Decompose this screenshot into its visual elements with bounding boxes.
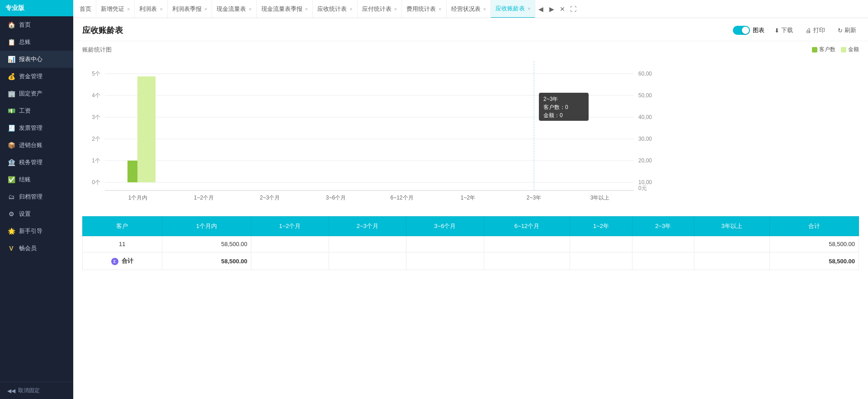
tab-ap-stat-close[interactable]: × [394,6,397,12]
col-header-m6-12: 6~12个月 [484,217,570,236]
tab-ap-stat[interactable]: 应付统计表 × [358,0,402,18]
sidebar-label-tax: 税务管理 [19,158,42,166]
sidebar-label-closing: 结账 [19,176,31,184]
page-title: 应收账龄表 [82,25,733,36]
cell-y3plus [694,236,769,252]
data-table: 客户 1个月内 1~2个月 2~3个月 3~6个月 6~12个月 1~2年 2~… [82,216,859,270]
sidebar-item-inventory[interactable]: 📦 进销台账 [0,137,73,154]
tab-profit-q-close[interactable]: × [204,6,207,12]
col-header-y3plus: 3年以上 [694,217,769,236]
tab-ar-stat[interactable]: 应收统计表 × [313,0,357,18]
guide-icon: 🌟 [7,228,15,235]
cell-total-label: Σ 合计 [83,252,162,270]
tab-cashflow[interactable]: 现金流量表 × [212,0,256,18]
tab-profit-close[interactable]: × [160,6,162,12]
svg-text:20,000.00元: 20,000.00元 [638,157,652,164]
download-label: 下载 [781,26,793,34]
download-button[interactable]: ⬇ 下载 [772,24,796,36]
sidebar-label-vip: 畅会员 [19,244,37,252]
refresh-button[interactable]: ↻ 刷新 [835,24,859,36]
tab-nav-prev[interactable]: ◀ [535,0,546,18]
main-content: 首页 新增凭证 × 利润表 × 利润表季报 × 现金流量表 × 现金流量表季报 … [73,0,868,399]
cell-total: 58,500.00 [769,236,859,252]
collapse-sidebar-button[interactable]: ◀◀ 取消固定 [0,382,73,399]
sidebar: 专业版 🏠 首页 📋 总账 📊 报表中心 💰 资金管理 🏢 固定资产 💵 工资 … [0,0,73,399]
sidebar-item-archive[interactable]: 🗂 归档管理 [0,188,73,205]
sidebar-item-assets[interactable]: 🏢 固定资产 [0,85,73,102]
settings-icon: ⚙ [7,210,15,218]
total-y3plus [694,252,769,270]
legend-amount-label: 金额 [848,46,859,53]
svg-text:2~3年: 2~3年 [527,195,541,201]
cell-y1-2 [570,236,632,252]
legend-amount-dot [841,47,846,52]
tab-profit-label: 利润表 [139,5,157,13]
sidebar-item-salary[interactable]: 💵 工资 [0,102,73,119]
closing-icon: ✅ [7,176,15,183]
tab-biz-status-close[interactable]: × [483,6,486,12]
svg-text:40,000.00元: 40,000.00元 [638,114,652,120]
svg-text:4个: 4个 [92,92,100,99]
tab-voucher-label: 新增凭证 [101,5,124,13]
tab-home-label: 首页 [80,5,91,13]
tab-home[interactable]: 首页 [75,0,96,18]
tab-expense[interactable]: 费用统计表 × [402,0,446,18]
sidebar-item-report[interactable]: 📊 报表中心 [0,51,73,68]
svg-text:客户数：0: 客户数：0 [543,104,568,110]
tab-close-all[interactable]: ✕ [557,0,568,18]
legend-customers-dot [812,47,817,52]
tab-profit[interactable]: 利润表 × [135,0,167,18]
total-row-label: 合计 [122,257,133,264]
sidebar-item-closing[interactable]: ✅ 结账 [0,171,73,188]
tab-ar-aging-close[interactable]: × [528,6,530,11]
tab-nav-next[interactable]: ▶ [546,0,557,18]
download-icon: ⬇ [774,27,779,34]
total-total: 58,500.00 [769,252,859,270]
chart-toggle[interactable]: 图表 [733,26,764,35]
assets-icon: 🏢 [7,90,15,97]
svg-text:3个: 3个 [92,114,100,120]
tab-voucher-close[interactable]: × [127,6,130,12]
sidebar-label-archive: 归档管理 [19,193,42,201]
tab-biz-status-label: 经营状况表 [451,5,481,13]
refresh-icon: ↻ [838,27,843,34]
svg-text:30,000.00元: 30,000.00元 [638,136,652,142]
header-actions: 图表 ⬇ 下载 🖨 打印 ↻ 刷新 [733,24,859,36]
sidebar-item-guide[interactable]: 🌟 新手引导 [0,223,73,240]
sidebar-item-vip[interactable]: V 畅会员 [0,240,73,257]
svg-text:1个: 1个 [92,157,100,164]
sidebar-item-ledger[interactable]: 📋 总账 [0,33,73,51]
tab-cashflow-close[interactable]: × [249,6,251,12]
svg-text:1~2个月: 1~2个月 [194,195,214,201]
total-m3-6 [406,252,484,270]
print-button[interactable]: 🖨 打印 [803,24,828,36]
tab-voucher[interactable]: 新增凭证 × [96,0,135,18]
col-header-y1-2: 1~2年 [570,217,632,236]
total-icon: Σ [111,258,118,265]
tab-cashflow-q-close[interactable]: × [305,6,308,12]
table-header-row: 客户 1个月内 1~2个月 2~3个月 3~6个月 6~12个月 1~2年 2~… [83,217,859,236]
tab-expense-close[interactable]: × [439,6,441,12]
sidebar-item-invoice[interactable]: 🧾 发票管理 [0,119,73,137]
sidebar-item-funds[interactable]: 💰 资金管理 [0,68,73,85]
sidebar-label-salary: 工资 [19,107,31,115]
toggle-track[interactable] [733,26,750,35]
sidebar-label-inventory: 进销台账 [19,141,42,149]
sidebar-label-funds: 资金管理 [19,72,42,81]
svg-text:1~2年: 1~2年 [461,195,475,201]
total-m1: 58,500.00 [162,252,251,270]
tab-profit-q[interactable]: 利润表季报 × [168,0,212,18]
tab-ar-stat-close[interactable]: × [349,6,352,12]
app-logo: 专业版 [0,0,73,16]
tab-expand[interactable]: ⛶ [568,0,579,18]
sidebar-item-home[interactable]: 🏠 首页 [0,16,73,33]
svg-text:金额：0: 金额：0 [543,112,563,119]
tab-ar-aging[interactable]: 应收账龄表 × [491,0,535,18]
sidebar-item-settings[interactable]: ⚙ 设置 [0,205,73,223]
col-header-m2-3: 2~3个月 [329,217,406,236]
tab-cashflow-q[interactable]: 现金流量表季报 × [257,0,313,18]
tab-biz-status[interactable]: 经营状况表 × [447,0,491,18]
tab-profit-q-label: 利润表季报 [172,5,202,13]
sidebar-item-tax[interactable]: 🏦 税务管理 [0,154,73,171]
total-y2-3 [632,252,694,270]
